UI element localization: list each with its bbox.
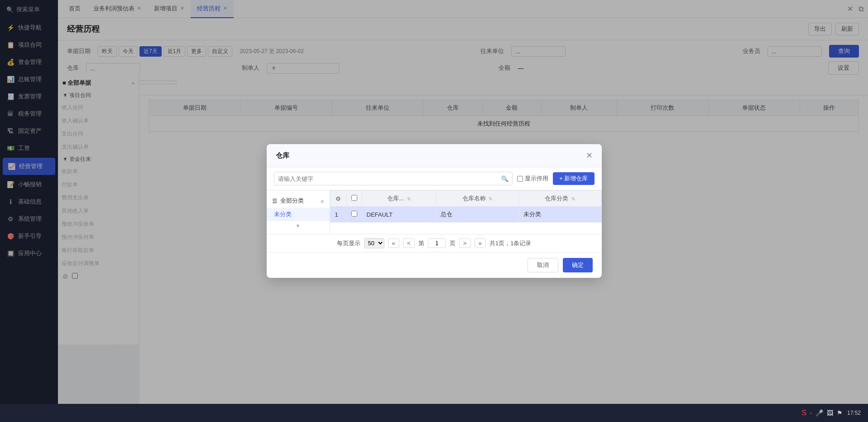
- modal-page-input[interactable]: [428, 238, 446, 248]
- taskbar-mic-icon[interactable]: 🎤: [815, 409, 823, 417]
- modal-next-page[interactable]: >: [459, 238, 471, 248]
- show-disabled-checkbox[interactable]: [517, 176, 523, 182]
- sidebar-collapse-icon[interactable]: «: [321, 198, 324, 204]
- taskbar-flag-icon[interactable]: ⚑: [837, 409, 843, 417]
- taskbar-time: 17:52: [847, 410, 861, 416]
- col-category: 仓库分类 ⇅: [518, 191, 601, 207]
- modal-header: 仓库 ✕: [267, 144, 602, 167]
- add-warehouse-button[interactable]: + 新增仓库: [553, 172, 594, 185]
- check-all-checkbox[interactable]: [351, 195, 357, 201]
- all-category-item[interactable]: ☰ 全部分类 «: [267, 194, 330, 208]
- modal-search-icon: 🔍: [501, 175, 508, 182]
- category-sidebar: ☰ 全部分类 « 未分类 ▼: [267, 190, 330, 234]
- col-name: 仓库名称 ⇅: [436, 191, 519, 207]
- uncategorized-item[interactable]: 未分类: [267, 208, 330, 221]
- modal-close-button[interactable]: ✕: [586, 150, 593, 160]
- taskbar: S · 🎤 🖼 ⚑ 17:52: [0, 404, 868, 422]
- col-settings[interactable]: ⚙: [330, 191, 346, 207]
- modal-footer: 取消 确定: [267, 252, 602, 278]
- row-settings: 1: [330, 207, 346, 223]
- show-disabled-text: 显示停用: [525, 175, 548, 183]
- modal-page-label: 第: [418, 239, 424, 247]
- uncategorized-label: 未分类: [274, 211, 292, 218]
- row-checkbox[interactable]: [346, 207, 362, 223]
- modal-total-label: 共1页，1条记录: [489, 239, 531, 247]
- modal-title: 仓库: [276, 151, 289, 160]
- row-code: DEFAULT: [362, 207, 436, 223]
- modal-overlay: 仓库 ✕ 🔍 显示停用 + 新增仓库 ☰ 全部分类 «: [0, 0, 868, 422]
- modal-page-suffix: 页: [450, 239, 456, 247]
- modal-body: ☰ 全部分类 « 未分类 ▼ ⚙: [267, 190, 602, 234]
- modal-prev-page[interactable]: <: [403, 238, 415, 248]
- modal-search-box: 🔍: [274, 172, 513, 185]
- confirm-button[interactable]: 确定: [563, 258, 593, 272]
- row-category: 未分类: [518, 207, 601, 223]
- modal-last-page[interactable]: »: [475, 238, 486, 248]
- col-code: 仓库... ⇅: [362, 191, 436, 207]
- modal-first-page[interactable]: «: [388, 238, 399, 248]
- taskbar-img-icon[interactable]: 🖼: [827, 409, 833, 417]
- table-row[interactable]: 1 DEFAULT 总仓 未分类: [330, 207, 601, 223]
- modal-per-page-label: 每页显示: [337, 239, 360, 247]
- cancel-button[interactable]: 取消: [528, 258, 558, 272]
- modal-search-input[interactable]: [278, 175, 502, 182]
- taskbar-dot-icon: ·: [810, 409, 812, 417]
- row-check[interactable]: [351, 211, 357, 217]
- taskbar-icons: S · 🎤 🖼 ⚑: [801, 409, 843, 417]
- taskbar-s-icon: S: [801, 409, 806, 417]
- modal-table-wrap: ⚙ 仓库... ⇅ 仓库名称 ⇅: [330, 190, 602, 234]
- modal-pagination: 每页显示 50 « < 第 页 > » 共1页，1条记录: [267, 234, 602, 252]
- warehouse-table: ⚙ 仓库... ⇅ 仓库名称 ⇅: [330, 190, 602, 223]
- show-disabled-label[interactable]: 显示停用: [517, 175, 548, 183]
- modal-toolbar: 🔍 显示停用 + 新增仓库: [267, 167, 602, 190]
- modal-per-page-select[interactable]: 50: [364, 238, 384, 248]
- all-category-icon: ☰: [272, 198, 278, 204]
- col-check-all[interactable]: [346, 191, 362, 207]
- row-name: 总仓: [436, 207, 519, 223]
- all-category-label: 全部分类: [280, 197, 304, 205]
- warehouse-modal: 仓库 ✕ 🔍 显示停用 + 新增仓库 ☰ 全部分类 «: [267, 144, 602, 278]
- cat-scroll-down[interactable]: ▼: [267, 221, 330, 230]
